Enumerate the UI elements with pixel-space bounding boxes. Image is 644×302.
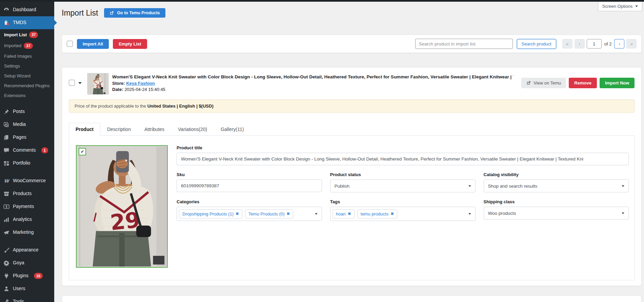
sidebar-item-label: Dashboard (13, 7, 36, 13)
sidebar-item-plugins[interactable]: Plugins15 (0, 269, 54, 282)
categories-multiselect[interactable]: Dropshipping Products (1)✖Temu Products … (177, 207, 322, 221)
goya-icon (3, 260, 10, 266)
sidebar-item-analytics[interactable]: Analytics (0, 213, 54, 226)
screen-options-button[interactable]: Screen Options (598, 2, 643, 11)
go-to-temu-products-button[interactable]: Go to Temu Products (104, 8, 165, 18)
page-number-input[interactable] (587, 39, 602, 49)
catalog-visibility-select[interactable]: Shop and search results (484, 180, 629, 192)
chevron-down-icon (315, 213, 318, 216)
sku-input[interactable] (177, 180, 322, 192)
store-label: Store: (112, 81, 125, 86)
sidebar-item-portfolio[interactable]: Portfolio (0, 157, 54, 170)
sidebar-item-comments[interactable]: Comments1 (0, 144, 54, 157)
sidebar-item-users[interactable]: Users (0, 282, 54, 295)
woocommerce-icon: W (3, 177, 10, 184)
date-value: 2025-04-24 15:40:45 (124, 87, 165, 92)
product-title-input[interactable] (177, 153, 629, 165)
sidebar-item-media[interactable]: Media (0, 118, 54, 131)
image-selected-checkbox[interactable] (79, 148, 86, 155)
sidebar-item-recommended-plugins[interactable]: Recommended Plugins (0, 81, 54, 91)
first-page-button[interactable]: « (562, 39, 572, 49)
sidebar-item-woocommerce[interactable]: WWooCommerce (0, 174, 54, 187)
sidebar-item-import-list[interactable]: Import List37 (0, 29, 54, 40)
next-page-button[interactable]: › (614, 39, 624, 49)
go-to-temu-products-label: Go to Temu Products (117, 11, 160, 15)
sidebar-item-label: Posts (13, 109, 25, 115)
sidebar-item-imported[interactable]: Imported37 (0, 40, 54, 52)
count-badge: 1 (41, 147, 48, 154)
sidebar-item-goya[interactable]: Goya (0, 257, 54, 269)
product-select-checkbox[interactable] (69, 80, 75, 86)
shipping-class-select[interactable]: Woo products (484, 207, 629, 220)
sidebar-item-failed-images[interactable]: Failed Images (0, 51, 54, 61)
tab-product[interactable]: Product (69, 123, 100, 136)
remove-chip-icon[interactable]: ✖ (286, 211, 290, 216)
sidebar-item-posts[interactable]: Posts (0, 105, 54, 118)
sku-label: Sku (177, 172, 322, 177)
sidebar-item-settings[interactable]: Settings (0, 61, 54, 71)
page-layout: DashboardTMDSImport List37Imported37Fail… (0, 0, 644, 302)
product-form: Product title Sku Product status Publish (177, 145, 629, 268)
last-page-button[interactable]: » (626, 39, 637, 49)
sidebar-item-label: Media (13, 121, 26, 128)
page-count-label: of 2 (604, 41, 612, 46)
product-status-select[interactable]: Publish (330, 180, 476, 192)
tags-multiselect[interactable]: hoan✖temu products✖ (330, 207, 476, 221)
remove-chip-icon[interactable]: ✖ (236, 211, 239, 216)
empty-list-button[interactable]: Empty List (113, 39, 147, 49)
list-toolbar: Import All Empty List Search product « ‹… (62, 35, 642, 53)
analytics-icon (3, 216, 10, 223)
sidebar-item-tmds[interactable]: TMDS (0, 16, 54, 29)
sidebar-item-label: Analytics (13, 216, 32, 223)
expand-caret-icon[interactable] (78, 82, 82, 86)
select-all-checkbox[interactable] (67, 41, 73, 47)
remove-button[interactable]: Remove (569, 78, 597, 88)
page-header: Import List Go to Temu Products (62, 7, 642, 19)
sidebar-item-tools[interactable]: Tools (0, 295, 54, 302)
import-all-button[interactable]: Import All (77, 39, 109, 49)
sidebar-item-dashboard[interactable]: Dashboard (0, 3, 54, 16)
view-on-temu-button[interactable]: View on Temu (521, 78, 566, 88)
sidebar-item-appearance[interactable]: Appearance (0, 244, 54, 257)
import-now-button[interactable]: Import Now (600, 78, 635, 88)
price-notice-text: Price of the product applicable to the (75, 103, 147, 109)
tools-icon (3, 298, 10, 302)
tab-gallery[interactable]: Gallery(11) (214, 123, 250, 136)
product-tab-content: Product title Sku Product status Publish (69, 136, 635, 280)
sidebar-item-marketing[interactable]: Marketing (0, 226, 54, 239)
tab-description[interactable]: Description (100, 123, 138, 136)
sidebar-item-label: Appearance (13, 247, 39, 253)
sidebar-item-label: TMDS (13, 20, 26, 26)
category-chip: Temu Products (0)✖ (245, 209, 293, 219)
product-store-line: Store: Keya Fashion (112, 80, 513, 87)
portfolio-icon (3, 160, 10, 167)
dashboard-icon (3, 6, 10, 13)
sidebar-item-extensions[interactable]: Extensions (0, 91, 54, 100)
remove-chip-icon[interactable]: ✖ (390, 211, 394, 216)
svg-text:W: W (4, 178, 9, 184)
store-link[interactable]: Keya Fashion (126, 81, 155, 86)
sidebar-item-label: Setup Wizard (4, 73, 31, 78)
product-status-value: Publish (335, 184, 349, 189)
prev-page-button[interactable]: ‹ (575, 39, 585, 49)
svg-text:$: $ (5, 205, 7, 208)
product-title-label: Product title (177, 145, 629, 150)
search-input[interactable] (415, 39, 513, 49)
admin-sidebar: DashboardTMDSImport List37Imported37Fail… (0, 0, 54, 302)
count-badge: 37 (24, 43, 33, 49)
remove-chip-icon[interactable]: ✖ (348, 211, 351, 216)
sidebar-item-label: Pages (13, 134, 26, 140)
tab-variations[interactable]: Variations(20) (171, 123, 214, 136)
sidebar-item-payments[interactable]: $Payments (0, 200, 54, 213)
count-badge: 37 (29, 32, 38, 38)
price-notice: Price of the product applicable to the U… (69, 99, 635, 113)
tab-attributes[interactable]: Attributes (138, 123, 171, 136)
sidebar-item-products[interactable]: Products (0, 187, 54, 200)
sidebar-item-label: Payments (13, 204, 34, 210)
search-product-button[interactable]: Search product (517, 39, 556, 49)
sidebar-item-label: Import List (4, 32, 27, 37)
sidebar-item-setup-wizard[interactable]: Setup Wizard (0, 71, 54, 81)
sidebar-item-pages[interactable]: Pages (0, 131, 54, 144)
count-badge: 15 (34, 273, 43, 279)
product-thumbnail (87, 73, 109, 95)
